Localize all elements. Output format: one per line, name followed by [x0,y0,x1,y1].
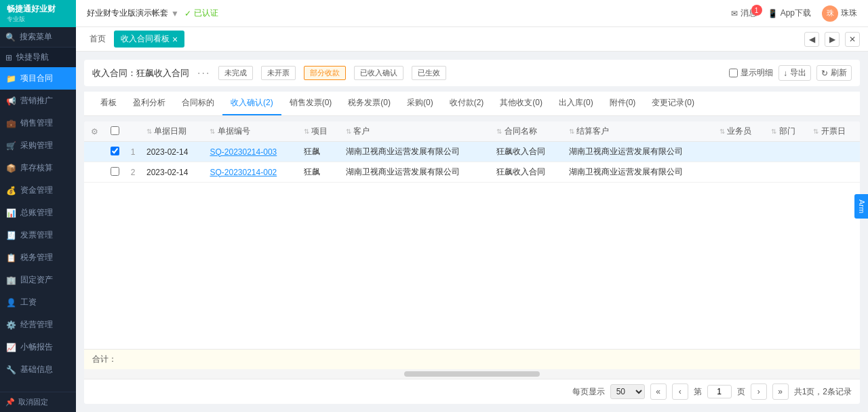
tab-next-button[interactable]: ▶ [825,32,840,47]
export-button[interactable]: ↓ 导出 [778,65,811,81]
app-icon: 📱 [768,9,778,18]
tab-attachment[interactable]: 附件(0) [601,92,644,115]
manager-icon: ⚙️ [5,320,16,331]
docno-cell[interactable]: SQ-20230214-002 [204,162,298,183]
settings-cell [84,162,104,183]
sidebar-item-manager[interactable]: ⚙️ 经营管理 [0,314,76,336]
tab-warehouse[interactable]: 出入库(0) [551,92,601,115]
sort-icon[interactable]: ⇅ [210,128,215,135]
next-page-button[interactable]: › [751,383,767,400]
row-checkbox[interactable] [111,167,119,176]
quick-nav[interactable]: ⊞ 快捷导航 [0,48,76,67]
sort-icon[interactable]: ⇅ [496,128,502,135]
tab-contract-standard[interactable]: 合同标的 [174,92,222,115]
project-cell: 狂飙 [298,142,340,162]
sidebar-item-fund[interactable]: 💰 资金管理 [0,179,76,202]
report-icon: 📈 [5,342,16,353]
status-incomplete-button[interactable]: 未完成 [218,66,253,80]
user-menu[interactable]: 珠 珠珠 [822,5,857,22]
cancel-fixed-button[interactable]: 📌 取消固定 [0,392,76,412]
prev-page-button[interactable]: ‹ [672,383,688,400]
search-label: 搜索菜单 [20,31,52,43]
scroll-thumb[interactable] [404,371,540,377]
tab-income-confirm[interactable]: 收入确认(2) [222,92,281,115]
home-tab[interactable]: 首页 [84,33,111,45]
logo-sub: 专业版 [7,15,56,24]
sidebar-item-sales[interactable]: 💼 销售管理 [0,112,76,134]
sort-icon[interactable]: ⇅ [346,128,351,135]
tab-purchase[interactable]: 采购(0) [399,92,441,115]
sidebar-item-inventory[interactable]: 📦 库存核算 [0,157,76,179]
first-page-button[interactable]: « [650,383,667,400]
show-detail-toggle[interactable]: 显示明细 [729,67,773,79]
export-icon: ↓ [783,69,787,78]
docno-cell[interactable]: SQ-20230214-003 [204,142,298,162]
topbar-right: ✉ 1 消息 📱 App下载 珠 珠珠 [731,5,857,22]
tab-dashboard[interactable]: 看板 [92,92,125,115]
last-page-button[interactable]: » [772,383,789,400]
sidebar-item-marketing[interactable]: 📢 营销推广 [0,90,76,112]
tab-payment[interactable]: 收付款(2) [441,92,492,115]
refresh-label: 刷新 [831,67,847,79]
sidebar-item-invoice[interactable]: 🧾 发票管理 [0,224,76,246]
tab-other-income[interactable]: 其他收支(0) [492,92,551,115]
search-menu[interactable]: 🔍 搜索菜单 [0,27,76,48]
sort-icon[interactable]: ⇅ [719,128,725,135]
date-cell: 2023-02-14 [141,142,204,162]
current-page-input[interactable] [707,385,732,398]
sidebar-item-label: 发票管理 [20,229,53,241]
page-label-prefix: 第 [694,386,702,398]
contract-actions: 显示明细 ↓ 导出 ↻ 刷新 [729,65,852,81]
show-detail-checkbox[interactable] [729,69,738,77]
status-uninvoiced-button[interactable]: 未开票 [261,66,296,80]
tab-change-log[interactable]: 变更记录(0) [644,92,703,115]
app-download-button[interactable]: 📱 App下载 [768,7,811,19]
sort-icon[interactable]: ⇅ [813,128,818,135]
quick-nav-icon: ⊞ [5,53,12,62]
status-effective-button[interactable]: 已生效 [412,66,446,80]
horizontal-scrollbar[interactable] [84,369,860,379]
project-column-header: ⇅ 项目 [298,121,340,142]
sidebar-item-purchase[interactable]: 🛒 采购管理 [0,134,76,157]
sidebar-item-hr[interactable]: 👤 工资 [0,291,76,314]
sidebar-item-report[interactable]: 📈 小畅报告 [0,336,76,358]
sidebar-item-account[interactable]: 📊 总账管理 [0,202,76,224]
logo-main: 畅捷通好业财 [7,3,56,15]
sort-icon[interactable]: ⇅ [304,128,309,135]
sales-icon: 💼 [5,118,16,129]
sidebar-item-label: 税务管理 [20,252,53,263]
settings-icon[interactable]: ⚙ [91,127,98,136]
tab-close-all-button[interactable]: ✕ [845,32,860,47]
refresh-button[interactable]: ↻ 刷新 [816,65,852,81]
status-partial-button[interactable]: 部分收款 [304,66,346,80]
verified-label: 已认证 [194,7,218,19]
row-checkbox[interactable] [111,147,119,155]
inventory-icon: 📦 [5,163,16,174]
sidebar-item-project[interactable]: 📁 项目合同 [0,67,76,90]
tab-sales-invoice[interactable]: 销售发票(0) [281,92,340,115]
status-confirmed-button[interactable]: 已收入确认 [354,66,403,80]
select-all-checkbox[interactable] [111,126,119,135]
tab-profit[interactable]: 盈利分析 [125,92,174,115]
right-float-button[interactable]: Arm [854,193,868,218]
contract-name-cell: 狂飙收入合同 [491,142,563,162]
sidebar-item-basic[interactable]: 🔧 基础信息 [0,358,76,381]
sort-icon[interactable]: ⇅ [771,128,776,135]
income-contract-tab[interactable]: 收入合同看板 × [114,31,184,48]
page-label-suffix: 页 [737,386,745,398]
tab-prev-button[interactable]: ◀ [804,32,819,47]
company-selector[interactable]: 好业财专业版演示帐套 ▼ [87,7,179,19]
sidebar-item-fixed[interactable]: 🏢 固定资产 [0,269,76,291]
contract-more-button[interactable]: ··· [197,67,210,79]
invoice-icon: 🧾 [5,230,16,241]
sort-icon[interactable]: ⇅ [146,128,152,135]
table-scroll-area[interactable]: ⚙ ⇅ 单据日期 ⇅ 单据编号 [84,121,860,349]
sort-icon[interactable]: ⇅ [569,128,574,135]
topbar-left: 好业财专业版演示帐套 ▼ ✓ 已认证 [87,7,218,19]
tab-close-button[interactable]: × [172,35,178,44]
message-button[interactable]: ✉ 1 消息 [731,7,757,19]
sidebar-item-tax[interactable]: 📋 税务管理 [0,246,76,269]
per-page-select[interactable]: 20 50 100 [610,384,645,399]
department-cell [766,142,808,162]
tab-tax-invoice[interactable]: 税务发票(0) [340,92,399,115]
